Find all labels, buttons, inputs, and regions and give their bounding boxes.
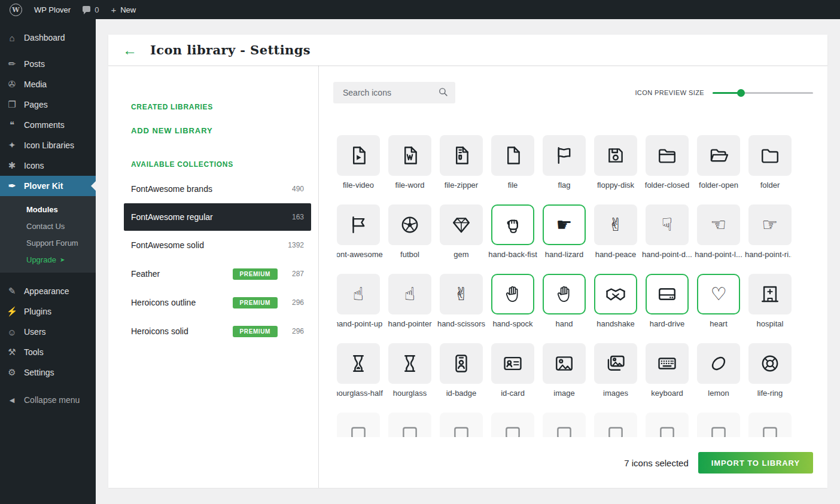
- icon-cell-partial[interactable]: [388, 413, 431, 437]
- submenu-item-label: Contact Us: [26, 222, 65, 231]
- icon-cell-file-word[interactable]: file-word: [388, 135, 431, 204]
- submenu-item-modules[interactable]: Modules: [0, 201, 96, 218]
- icon-cell-partial[interactable]: [337, 413, 380, 437]
- icon-label: hand-back-fist: [488, 250, 537, 259]
- sidebar-item-icons[interactable]: ✱Icons: [0, 155, 96, 176]
- search-input[interactable]: [342, 87, 438, 98]
- icon-cell-futbol[interactable]: futbol: [388, 204, 431, 274]
- new-content-button[interactable]: + New: [105, 0, 142, 19]
- icon-box: ☞: [748, 204, 792, 245]
- icon-label: hospital: [757, 319, 784, 328]
- icon-cell-hospital[interactable]: hospital: [748, 274, 792, 343]
- icon-cell-images[interactable]: images: [594, 343, 637, 413]
- icon-cell-hourglass-half[interactable]: hourglass-half: [337, 343, 380, 413]
- icon-cell-hand[interactable]: hand: [543, 274, 586, 343]
- icon-cell-folder-open[interactable]: folder-open: [697, 135, 740, 204]
- icon-cell-hand-back-fist[interactable]: hand-back-fist: [491, 204, 534, 274]
- icon-label: hand-lizard: [545, 250, 583, 259]
- sidebar-item-settings[interactable]: ⚙Settings: [0, 362, 96, 383]
- add-new-library-button[interactable]: ADD NEW LIBRARY: [131, 126, 304, 135]
- main-content: ← Icon library - Settings CREATED LIBRAR…: [96, 19, 840, 504]
- icon-cell-hand-point-up[interactable]: ☝hand-point-up: [337, 274, 380, 343]
- icon-cell-hand-pointer[interactable]: ☝hand-pointer: [388, 274, 431, 343]
- sidebar-item-pages[interactable]: ❐Pages: [0, 94, 96, 115]
- sidebar-item-icon-libraries[interactable]: ✦Icon Libraries: [0, 135, 96, 155]
- icon-cell-flag[interactable]: flag: [543, 135, 586, 204]
- pages-icon: ❐: [6, 99, 18, 110]
- upgrade-arrow-icon: ➤: [60, 256, 65, 263]
- submenu-item-upgrade[interactable]: Upgrade ➤: [0, 251, 96, 268]
- icon-cell-hand-scissors[interactable]: ✌hand-scissors: [440, 274, 483, 343]
- icon-cell-partial[interactable]: [646, 413, 689, 437]
- icon-cell-image[interactable]: image: [543, 343, 586, 413]
- collapse-menu-button[interactable]: ◀ Collapse menu: [0, 390, 96, 410]
- submenu-item-contact-us[interactable]: Contact Us: [0, 218, 96, 234]
- sidebar-item-media[interactable]: ✇Media: [0, 74, 96, 94]
- icon-cell-partial[interactable]: [543, 413, 586, 437]
- preview-size-slider[interactable]: [713, 88, 813, 97]
- icon-cell-hard-drive[interactable]: hard-drive: [646, 274, 689, 343]
- icon-cell-handshake[interactable]: handshake: [594, 274, 637, 343]
- icon-box: [388, 204, 431, 245]
- sidebar-item-label: Tools: [24, 347, 44, 357]
- icon-cell-hand-point-d[interactable]: ☟hand-point-d...: [646, 204, 689, 274]
- sidebar-item-dashboard[interactable]: ⌂Dashboard: [0, 28, 96, 48]
- icon-cell-gem[interactable]: gem: [440, 204, 483, 274]
- icon-cell-folder[interactable]: folder: [748, 135, 792, 204]
- submenu-item-support-forum[interactable]: Support Forum: [0, 234, 96, 251]
- icon-label: life-ring: [757, 389, 783, 398]
- icon-cell-partial[interactable]: [440, 413, 483, 437]
- id-card-icon: [503, 353, 523, 374]
- icon-cell-partial[interactable]: [748, 413, 792, 437]
- icon-cell-hand-point-l[interactable]: ☜hand-point-l...: [697, 204, 740, 274]
- collections-list: FontAwesome brands490FontAwesome regular…: [131, 175, 304, 346]
- icon-cell-life-ring[interactable]: life-ring: [748, 343, 792, 413]
- comments-link[interactable]: 0: [77, 0, 105, 19]
- back-arrow-icon[interactable]: ←: [123, 43, 137, 57]
- icon-cell-partial[interactable]: [491, 413, 534, 437]
- sidebar-item-users[interactable]: ☺Users: [0, 322, 96, 342]
- icon-box: [337, 413, 380, 437]
- icon-box: ♡: [697, 274, 740, 314]
- collection-heroicons-outline[interactable]: Heroicons outlinePREMIUM296: [131, 288, 304, 317]
- icon-cell-partial[interactable]: [697, 413, 740, 437]
- icon-cell-partial[interactable]: [594, 413, 637, 437]
- sidebar-item-plugins[interactable]: ⚡Plugins: [0, 301, 96, 322]
- site-name-link[interactable]: WP Plover: [28, 0, 77, 19]
- icon-cell-hourglass[interactable]: hourglass: [388, 343, 431, 413]
- icon-cell-file[interactable]: file: [491, 135, 534, 204]
- collection-fontawesome-regular[interactable]: FontAwesome regular163: [124, 203, 311, 231]
- icon-cell-lemon[interactable]: lemon: [697, 343, 740, 413]
- icon-cell-hand-lizard[interactable]: ☛hand-lizard: [543, 204, 586, 274]
- icon-cell-file-zipper[interactable]: file-zipper: [440, 135, 483, 204]
- collection-feather[interactable]: FeatherPREMIUM287: [131, 259, 304, 288]
- collection-fontawesome-brands[interactable]: FontAwesome brands490: [131, 175, 304, 203]
- sidebar-item-appearance[interactable]: ✎Appearance: [0, 281, 96, 301]
- icon-box: [594, 413, 637, 437]
- icon-browser: ICON PREVIEW SIZE file-videofile-wordfil…: [319, 66, 827, 488]
- sidebar-item-comments[interactable]: ❝Comments: [0, 115, 96, 135]
- icon-cell-heart[interactable]: ♡heart: [697, 274, 740, 343]
- icon-cell-font-awesome[interactable]: font-awesome: [337, 204, 380, 274]
- collection-fontawesome-solid[interactable]: FontAwesome solid1392: [131, 231, 304, 259]
- icon-cell-hand-peace[interactable]: ✌hand-peace: [594, 204, 637, 274]
- icon-label: images: [603, 389, 628, 398]
- icon-cell-file-video[interactable]: file-video: [337, 135, 380, 204]
- sidebar-item-tools[interactable]: ⚒Tools: [0, 342, 96, 362]
- icon-cell-keyboard[interactable]: keyboard: [646, 343, 689, 413]
- icon-cell-id-card[interactable]: id-card: [491, 343, 534, 413]
- icon-cell-id-badge[interactable]: id-badge: [440, 343, 483, 413]
- icon-cell-hand-point-ri[interactable]: ☞hand-point-ri...: [748, 204, 792, 274]
- sidebar-item-plover-kit[interactable]: ✒Plover Kit: [0, 176, 96, 196]
- import-to-library-button[interactable]: IMPORT TO LIBRARY: [698, 452, 813, 474]
- slider-thumb[interactable]: [737, 89, 745, 97]
- icon-cell-floppy-disk[interactable]: floppy-disk: [594, 135, 637, 204]
- icon-cell-folder-closed[interactable]: folder-closed: [646, 135, 689, 204]
- icon-box: ☜: [697, 204, 740, 245]
- icon-box: ☝: [388, 274, 431, 314]
- sidebar-item-posts[interactable]: ✏Posts: [0, 54, 96, 74]
- wordpress-menu[interactable]: W: [4, 0, 28, 19]
- collection-heroicons-solid[interactable]: Heroicons solidPREMIUM296: [131, 317, 304, 346]
- icon-box: [646, 274, 689, 314]
- icon-cell-hand-spock[interactable]: hand-spock: [491, 274, 534, 343]
